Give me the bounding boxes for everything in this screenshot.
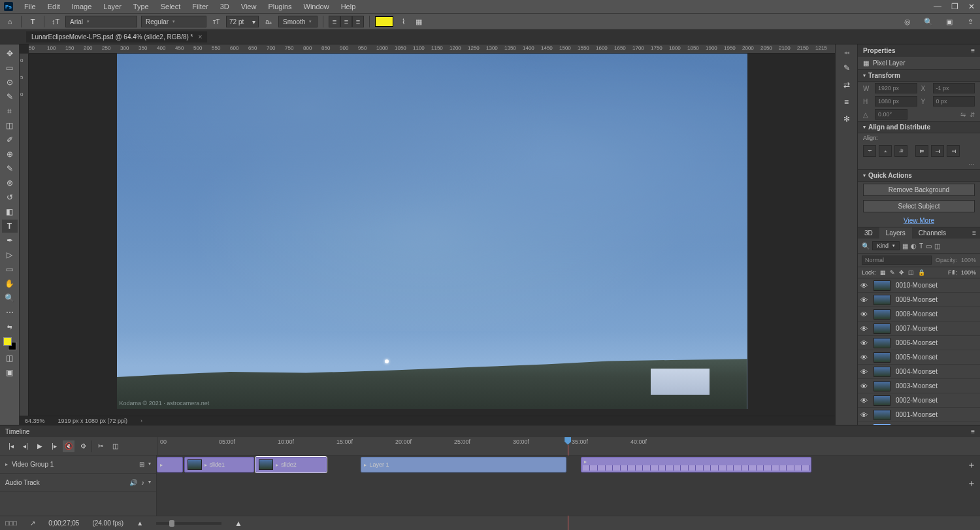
window-restore-icon[interactable]: ❐ [946, 0, 963, 13]
zoom-slider[interactable] [156, 522, 221, 525]
quick-mask-icon[interactable]: ◫ [2, 352, 18, 365]
layer-row[interactable]: 👁0003-Moonset [858, 379, 980, 393]
lock-all-icon[interactable]: 🔒 [918, 269, 925, 276]
menu-filter[interactable]: Filter [186, 3, 214, 10]
audio-icon[interactable]: 🔊 [129, 479, 137, 486]
visibility-icon[interactable]: 👁 [860, 282, 868, 290]
align-right-icon[interactable]: ⫡ [894, 145, 907, 157]
lasso-tool-icon[interactable]: ⊙ [2, 76, 18, 89]
audio-track-header[interactable]: Audio Track 🔊♪▾ [0, 474, 156, 492]
adjustments-panel-icon[interactable]: ⇄ [843, 80, 850, 90]
crop-tool-icon[interactable]: ⌗ [2, 105, 18, 118]
lock-transparency-icon[interactable]: ▦ [880, 269, 886, 276]
collapse-icon[interactable]: ▾ [863, 73, 866, 78]
flip-v-icon[interactable]: ⇵ [970, 111, 975, 118]
layer-row[interactable]: 👁0007-Moonset [858, 322, 980, 336]
path-select-tool-icon[interactable]: ▷ [2, 248, 18, 261]
filmstrip-icon[interactable]: ⊞ [139, 461, 144, 468]
edit-toolbar-icon[interactable]: ⇆ [2, 320, 18, 333]
prev-frame-icon[interactable]: ◂| [20, 440, 31, 452]
filter-shape-icon[interactable]: ▭ [926, 242, 932, 250]
stamp-tool-icon[interactable]: ⊛ [2, 176, 18, 190]
collapse-icon[interactable]: ▾ [863, 124, 866, 130]
close-tab-icon[interactable]: × [199, 33, 203, 41]
lock-position-icon[interactable]: ✥ [899, 269, 904, 276]
mute-icon[interactable]: 🔇 [63, 440, 74, 452]
menu-plugins[interactable]: Plugins [262, 3, 297, 10]
visibility-icon[interactable]: 👁 [860, 354, 868, 361]
align-left-icon[interactable]: ≡ [329, 16, 340, 27]
visibility-icon[interactable]: 👁 [860, 310, 868, 318]
view-more-link[interactable]: View More [858, 214, 980, 227]
transform-angle-input[interactable]: 0.00° [875, 109, 907, 120]
mountain-large-icon[interactable]: ▲ [235, 519, 242, 528]
lock-artboard-icon[interactable]: ◫ [908, 269, 914, 276]
go-to-first-frame-icon[interactable]: |◂ [5, 440, 17, 452]
menu-3d[interactable]: 3D [214, 3, 235, 10]
transition-icon[interactable]: ◫ [109, 440, 121, 452]
search-icon[interactable]: 🔍 [923, 16, 934, 27]
type-tool-icon[interactable]: T [2, 220, 18, 233]
transform-y-input[interactable]: 0 px [933, 96, 975, 107]
layer-row[interactable]: 👁0010-Moonset [858, 278, 980, 293]
zoom-tool-icon[interactable]: 🔍 [2, 291, 18, 305]
frame-tool-icon[interactable]: ◫ [2, 119, 18, 132]
add-audio-icon[interactable]: ＋ [967, 478, 976, 489]
rectangle-tool-icon[interactable]: ▭ [2, 263, 18, 276]
panel-menu-icon[interactable]: ≡ [971, 428, 975, 435]
next-frame-icon[interactable]: |▸ [48, 440, 60, 452]
collapse-icon[interactable]: ▾ [863, 173, 866, 178]
layer-row[interactable]: 👁0008-Moonset [858, 307, 980, 322]
workspace-icon[interactable]: ▣ [943, 16, 955, 27]
visibility-icon[interactable]: 👁 [860, 296, 868, 304]
menu-window[interactable]: Window [298, 3, 335, 10]
visibility-icon[interactable]: 👁 [860, 411, 868, 419]
collapsed-panel-expand-icon[interactable]: ◂◂ [844, 50, 849, 56]
text-orientation-icon[interactable]: ↕T [50, 16, 61, 27]
panel-menu-icon[interactable]: ≡ [971, 47, 975, 54]
status-more-icon[interactable]: › [140, 418, 142, 424]
render-icon[interactable]: ↗ [30, 520, 35, 527]
healing-tool-icon[interactable]: ⊕ [2, 148, 18, 161]
visibility-icon[interactable]: 👁 [860, 397, 868, 405]
video-group-track-header[interactable]: ▸ Video Group 1 ⊞▾ [0, 455, 156, 474]
transform-height-input[interactable]: 1080 px [875, 96, 917, 107]
text-color-swatch[interactable] [375, 16, 393, 27]
lock-image-icon[interactable]: ✎ [890, 269, 895, 276]
layer-filter-select[interactable]: Kind▾ [872, 241, 900, 250]
visibility-icon[interactable]: 👁 [860, 339, 868, 347]
layer-row[interactable]: 👁0009-Moonset [858, 293, 980, 307]
timeline-ruler[interactable]: 0005:00f10:00f15:00f20:00f25:00f30:00f35… [157, 437, 980, 455]
screen-mode-icon[interactable]: ▣ [2, 366, 18, 379]
playhead[interactable] [564, 437, 571, 445]
timeline-group-clip[interactable]: ▸ [581, 457, 811, 472]
font-style-select[interactable]: Regular▾ [141, 16, 206, 27]
collapse-icon[interactable]: ▸ [5, 461, 8, 467]
filter-smart-icon[interactable]: ◫ [934, 242, 940, 250]
text-align-group[interactable]: ≡ ≡ ≡ [329, 16, 364, 27]
filter-search-icon[interactable]: 🔍 [862, 242, 870, 250]
more-tools-icon[interactable]: ⋯ [2, 306, 18, 319]
font-family-select[interactable]: Arial▾ [65, 16, 137, 27]
layer-row[interactable]: 👁0001-Moonset [858, 408, 980, 422]
transform-width-input[interactable]: 1920 px [875, 83, 917, 93]
align-vcenter-icon[interactable]: ⫣ [931, 145, 944, 157]
layer-row[interactable]: 👁0005-Moonset [858, 350, 980, 365]
split-icon[interactable]: ✂ [95, 440, 106, 452]
history-brush-tool-icon[interactable]: ↺ [2, 191, 18, 204]
brush-tool-icon[interactable]: ✎ [2, 162, 18, 175]
layer-row[interactable]: 👁0002-Moonset [858, 393, 980, 408]
hand-tool-icon[interactable]: ✋ [2, 277, 18, 290]
play-icon[interactable]: ▶ [34, 440, 46, 452]
eraser-tool-icon[interactable]: ◧ [2, 205, 18, 218]
timeline-settings-icon[interactable]: ⚙ [77, 440, 89, 452]
menu-image[interactable]: Image [66, 3, 98, 10]
timeline-clip[interactable]: ▸slide2 [255, 457, 326, 472]
move-tool-icon[interactable]: ✥ [2, 47, 18, 60]
foreground-background-swatch[interactable] [3, 337, 16, 350]
warp-text-icon[interactable]: ⌇ [397, 16, 409, 27]
timeline-clip[interactable]: ▸ [157, 457, 183, 472]
settings-panel-icon[interactable]: ✻ [843, 114, 850, 124]
select-subject-button[interactable]: Select Subject [863, 200, 975, 212]
tab-3d[interactable]: 3D [858, 227, 879, 239]
